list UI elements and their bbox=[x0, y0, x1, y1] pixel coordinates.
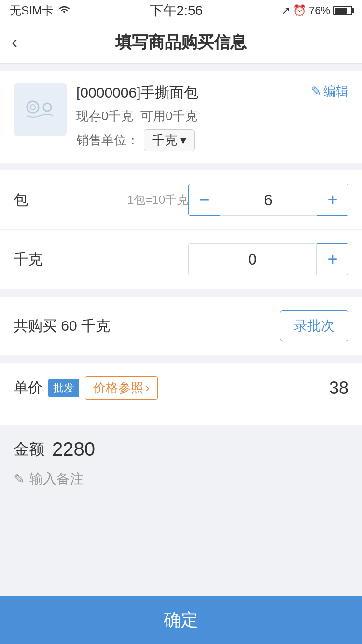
summary-row: 共购买 60 千克 录批次 bbox=[0, 297, 362, 355]
amount-section: 金额 2280 ✎ 输入备注 bbox=[0, 425, 362, 502]
price-left: 单价 批发 价格参照 › bbox=[14, 376, 158, 400]
bag-label: 包 bbox=[14, 190, 124, 210]
amount-label: 金额 bbox=[14, 439, 44, 460]
price-value: 38 bbox=[329, 378, 348, 398]
svg-point-2 bbox=[43, 103, 51, 111]
battery-percent: 76% bbox=[309, 4, 330, 17]
bag-quantity-input[interactable] bbox=[220, 184, 317, 216]
status-left: 无SIM卡 bbox=[10, 3, 71, 18]
status-time: 下午2:56 bbox=[150, 1, 203, 20]
bag-controls: − + bbox=[188, 184, 348, 216]
status-bar: 无SIM卡 下午2:56 ↗ ⏰ 76% bbox=[0, 0, 362, 21]
kg-controls: + bbox=[188, 243, 348, 275]
product-image bbox=[14, 83, 67, 136]
bag-hint: 1包=10千克 bbox=[127, 192, 188, 208]
bag-label-group: 包 1包=10千克 bbox=[14, 190, 188, 210]
price-row: 单价 批发 价格参照 › 38 bbox=[14, 376, 348, 400]
page-title: 填写商品购买信息 bbox=[115, 31, 247, 54]
location-icon: ↗ bbox=[281, 4, 290, 17]
confirm-button[interactable]: 确定 bbox=[0, 596, 362, 644]
remark-placeholder: 输入备注 bbox=[29, 470, 84, 488]
summary-text: 共购买 60 千克 bbox=[14, 316, 110, 336]
batch-button[interactable]: 录批次 bbox=[280, 310, 348, 341]
amount-row: 金额 2280 bbox=[14, 438, 348, 460]
product-name: [0000006]手撕面包 bbox=[76, 83, 348, 103]
product-info: [0000006]手撕面包 现存0千克 可用0千克 销售单位： 千克 ▾ bbox=[76, 83, 348, 151]
bag-quantity-row: 包 1包=10千克 − + bbox=[0, 170, 362, 230]
back-button[interactable]: ‹ bbox=[12, 32, 17, 53]
amount-value: 2280 bbox=[52, 438, 95, 460]
chevron-down-icon: ▾ bbox=[180, 133, 186, 148]
kg-label-group: 千克 bbox=[14, 250, 188, 269]
battery-icon bbox=[333, 6, 352, 15]
price-ref-button[interactable]: 价格参照 › bbox=[85, 376, 158, 400]
kg-quantity-row: 千克 + bbox=[0, 230, 362, 289]
svg-point-1 bbox=[30, 105, 35, 110]
edit-icon: ✎ bbox=[311, 84, 321, 99]
edit-button[interactable]: ✎ 编辑 bbox=[311, 83, 348, 100]
bag-increment-button[interactable]: + bbox=[317, 184, 348, 216]
quantity-section: 包 1包=10千克 − + 千克 + bbox=[0, 170, 362, 289]
unit-select[interactable]: 千克 ▾ bbox=[144, 129, 195, 151]
price-label: 单价 bbox=[14, 378, 42, 398]
product-card: [0000006]手撕面包 现存0千克 可用0千克 销售单位： 千克 ▾ ✎ 编… bbox=[0, 71, 362, 163]
kg-increment-button[interactable]: + bbox=[317, 243, 348, 275]
status-right: ↗ ⏰ 76% bbox=[281, 4, 352, 17]
kg-quantity-input[interactable] bbox=[188, 243, 317, 275]
price-badge: 批发 bbox=[48, 379, 79, 397]
price-section: 单价 批发 价格参照 › 38 bbox=[0, 363, 362, 425]
carrier-label: 无SIM卡 bbox=[10, 3, 54, 18]
product-unit: 销售单位： 千克 ▾ bbox=[76, 129, 348, 151]
kg-label: 千克 bbox=[14, 251, 42, 267]
chevron-right-icon: › bbox=[145, 380, 150, 395]
nav-bar: ‹ 填写商品购买信息 bbox=[0, 21, 362, 64]
svg-point-0 bbox=[27, 101, 39, 113]
pencil-icon: ✎ bbox=[14, 471, 25, 487]
bag-decrement-button[interactable]: − bbox=[188, 184, 220, 216]
alarm-icon: ⏰ bbox=[293, 4, 306, 17]
product-stock: 现存0千克 可用0千克 bbox=[76, 108, 348, 125]
wifi-icon bbox=[57, 4, 71, 17]
remark-row[interactable]: ✎ 输入备注 bbox=[14, 470, 348, 488]
